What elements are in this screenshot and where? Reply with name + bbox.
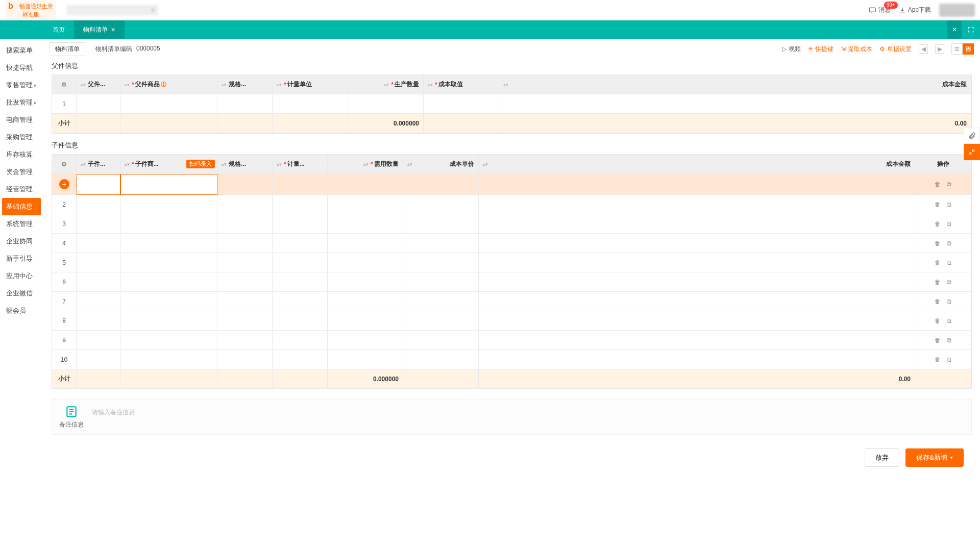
col-child-need-qty[interactable]: ▴▾*需用数量 <box>328 155 403 174</box>
table-cell[interactable] <box>403 311 479 331</box>
col-parent-code[interactable]: ▴▾父件... <box>77 75 120 94</box>
child-code-input[interactable] <box>77 174 120 195</box>
table-cell[interactable] <box>120 311 217 331</box>
table-cell[interactable] <box>217 214 273 234</box>
table-cell[interactable] <box>273 253 328 272</box>
sidebar-item[interactable]: 库存核算 <box>0 146 43 163</box>
col-parent-spec[interactable]: ▴▾规格... <box>217 75 273 94</box>
col-child-unit-cost[interactable]: ▴▾成本单价 <box>403 155 479 174</box>
table-cell[interactable] <box>403 174 479 195</box>
table-cell[interactable] <box>273 94 348 114</box>
table-cell[interactable] <box>479 174 915 195</box>
table-cell[interactable] <box>273 292 328 311</box>
table-cell[interactable] <box>77 311 120 331</box>
table-cell[interactable] <box>328 214 403 234</box>
table-cell[interactable] <box>424 94 499 114</box>
table-cell[interactable] <box>217 195 273 214</box>
table-cell[interactable] <box>273 272 328 292</box>
doc-tab[interactable]: 物料清单 <box>50 42 85 56</box>
sidebar-item[interactable]: 系统管理 <box>0 215 43 233</box>
table-cell[interactable] <box>120 331 217 350</box>
sidebar-item[interactable]: 新手引导 <box>0 250 43 267</box>
copy-icon[interactable]: ⧉ <box>947 279 951 286</box>
app-download-button[interactable]: App下载 <box>899 6 931 14</box>
delete-icon[interactable]: 🗑 <box>935 279 941 286</box>
table-cell[interactable] <box>328 234 403 253</box>
table-cell[interactable] <box>77 195 120 214</box>
shortcut-button[interactable]: ✳快捷键 <box>808 45 834 54</box>
table-cell[interactable] <box>77 234 120 253</box>
table-cell[interactable] <box>403 292 479 311</box>
table-cell[interactable] <box>403 253 479 272</box>
messages-button[interactable]: 消息 99+ <box>868 6 891 14</box>
table-cell[interactable] <box>120 214 217 234</box>
delete-icon[interactable]: 🗑 <box>935 356 941 363</box>
table-cell[interactable] <box>348 94 424 114</box>
table-cell[interactable] <box>328 311 403 331</box>
view-list-button[interactable] <box>951 43 963 55</box>
table-cell[interactable] <box>77 94 120 114</box>
table-cell[interactable] <box>217 174 273 195</box>
table-cell[interactable] <box>479 292 915 311</box>
table-cell[interactable] <box>217 94 273 114</box>
table-cell[interactable] <box>403 350 479 369</box>
sidebar-item[interactable]: 零售管理▸ <box>0 77 43 94</box>
sidebar-item[interactable]: 资金管理 <box>0 163 43 181</box>
table-cell[interactable] <box>217 234 273 253</box>
table-cell[interactable] <box>479 272 915 292</box>
sidebar-item[interactable]: 企业协同 <box>0 233 43 250</box>
sidebar-item[interactable]: 批发管理▸ <box>0 94 43 111</box>
attachment-button[interactable] <box>964 128 980 144</box>
col-parent-product[interactable]: ▴▾*父件商品ⓘ <box>120 75 217 94</box>
table-cell[interactable] <box>273 350 328 369</box>
sidebar-item[interactable]: 应用中心 <box>0 267 43 285</box>
table-cell[interactable] <box>479 214 915 234</box>
table-cell[interactable] <box>77 253 120 272</box>
extract-cost-button[interactable]: ⇲提取成本 <box>841 45 872 54</box>
copy-icon[interactable]: ⧉ <box>947 201 951 208</box>
table-cell[interactable] <box>328 174 403 195</box>
delete-icon[interactable]: 🗑 <box>935 181 941 188</box>
col-parent-unit[interactable]: ▴▾*计量单位 <box>273 75 348 94</box>
col-child-cost-amount[interactable]: ▴▾成本金额 <box>479 155 915 174</box>
sidebar-item[interactable]: 搜索菜单 <box>0 42 43 59</box>
table-cell[interactable] <box>328 253 403 272</box>
delete-icon[interactable]: 🗑 <box>935 298 941 305</box>
delete-icon[interactable]: 🗑 <box>935 220 941 228</box>
doc-setting-button[interactable]: ⚙单据设置 <box>879 45 912 54</box>
sidebar-item[interactable]: 畅会员 <box>0 302 43 319</box>
table-cell[interactable] <box>273 234 328 253</box>
delete-icon[interactable]: 🗑 <box>935 240 941 247</box>
sidebar-item[interactable]: 企业微信 <box>0 285 43 302</box>
table-cell[interactable] <box>77 350 120 369</box>
logo[interactable]: b 畅捷通好生意 标准版 <box>5 1 56 19</box>
copy-icon[interactable]: ⧉ <box>947 298 951 305</box>
col-parent-cost-amount[interactable]: ▴▾成本金额 <box>499 75 971 94</box>
gear-icon[interactable]: ⚙ <box>52 75 77 94</box>
table-cell[interactable] <box>273 311 328 331</box>
table-cell[interactable] <box>217 331 273 350</box>
scan-badge[interactable]: 扫码录入 <box>186 160 215 168</box>
copy-icon[interactable]: ⧉ <box>947 240 951 247</box>
table-cell[interactable] <box>403 272 479 292</box>
table-cell[interactable] <box>217 350 273 369</box>
table-cell[interactable] <box>120 94 217 114</box>
close-icon[interactable]: ✕ <box>111 27 115 33</box>
fullscreen-icon[interactable] <box>964 20 978 39</box>
table-cell[interactable] <box>120 350 217 369</box>
sidebar-item[interactable]: 基础信息 <box>2 198 41 215</box>
copy-icon[interactable]: ⧉ <box>947 259 951 266</box>
table-cell[interactable] <box>479 253 915 272</box>
table-cell[interactable] <box>217 253 273 272</box>
save-new-button[interactable]: 保存&新增▾ <box>905 448 964 467</box>
gear-icon[interactable]: ⚙ <box>52 155 77 174</box>
view-form-button[interactable] <box>963 43 974 55</box>
tabstrip-close-all[interactable]: ✕ <box>947 20 962 39</box>
sidebar-item[interactable]: 快捷导航 <box>0 59 43 77</box>
copy-icon[interactable]: ⧉ <box>947 220 951 228</box>
discard-button[interactable]: 放弃 <box>865 448 899 467</box>
table-cell[interactable] <box>273 214 328 234</box>
table-cell[interactable] <box>273 174 328 195</box>
table-cell[interactable] <box>273 331 328 350</box>
child-product-input[interactable] <box>120 174 217 195</box>
